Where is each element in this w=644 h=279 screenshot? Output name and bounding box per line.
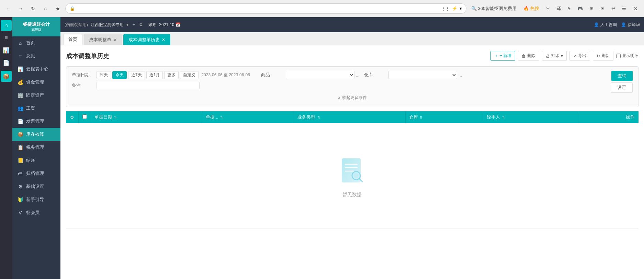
period: 账期 2021-10 📅 bbox=[148, 22, 181, 28]
col-number-label: 单据... bbox=[206, 114, 218, 120]
export-icon: ↗ bbox=[573, 54, 577, 58]
export-button[interactable]: ↗ 导出 bbox=[569, 51, 590, 61]
bookmark-button[interactable]: ★ bbox=[53, 4, 63, 13]
query-button[interactable]: 查询 bbox=[611, 71, 633, 81]
brightness-icon[interactable]: ☀ bbox=[598, 5, 607, 12]
delete-button[interactable]: 🗑 删除 bbox=[518, 51, 539, 61]
page-title: 成本调整单历史 bbox=[66, 52, 109, 60]
sidebar-label-guide: 新手引导 bbox=[26, 197, 44, 203]
undo-icon[interactable]: ↩ bbox=[609, 5, 617, 12]
add-button[interactable]: ＋ + 新增 bbox=[490, 51, 515, 61]
grid-icon[interactable]: ⊞ bbox=[588, 5, 596, 12]
col-number[interactable]: 单据... ⇅ bbox=[202, 111, 294, 123]
sidebar-item-closing[interactable]: 📒 结账 bbox=[12, 154, 60, 167]
search-btn[interactable]: 🔍 360智能抠图免费用 bbox=[469, 5, 519, 12]
sort-number-icon: ⇅ bbox=[220, 115, 223, 119]
show-cols-toggle[interactable]: 显示明细 bbox=[616, 53, 639, 59]
goods-select[interactable] bbox=[286, 71, 354, 79]
sidebar-item-settings[interactable]: ⚙ 基础设置 bbox=[12, 180, 60, 193]
col-date[interactable]: 单据日期 ⇅ bbox=[91, 111, 202, 123]
sidebar-item-salary[interactable]: 👥 工资 bbox=[12, 102, 60, 115]
warehouse-more-icon[interactable]: ... bbox=[459, 72, 462, 78]
sidebar-item-guide[interactable]: 🔰 新手引导 bbox=[12, 193, 60, 206]
sidebar-item-ledger[interactable]: ≡ 总账 bbox=[12, 49, 60, 63]
goods-filter-label: 商品 bbox=[261, 72, 282, 78]
remark-input[interactable] bbox=[97, 82, 200, 89]
url-input[interactable]: https://cloud.chanjet.com/accounting/uru… bbox=[77, 6, 439, 11]
back-button[interactable]: ← bbox=[3, 4, 13, 13]
content-area: 成本调整单历史 ＋ + 新增 🗑 删除 🖨 打印 ▾ bbox=[60, 45, 644, 279]
tab-cost-adjust-label: 成本调整单 bbox=[89, 37, 111, 43]
forward-button[interactable]: → bbox=[16, 4, 25, 13]
sidebar-item-member[interactable]: V 畅会员 bbox=[12, 206, 60, 219]
sidebar-label-funds: 资金管理 bbox=[26, 79, 44, 85]
sidebar: 畅捷通好会计 旗舰版 ⌂ 首页 ≡ 总账 📊 云报表中心 💰 资金管理 🏢 固定… bbox=[12, 17, 60, 279]
date-btn-7days[interactable]: 近7天 bbox=[128, 71, 145, 79]
top-bar-right: 👤 人工咨询 👤 徐译华 bbox=[594, 22, 640, 28]
menu-icon[interactable]: ☰ bbox=[620, 5, 628, 12]
sidebar-item-home[interactable]: ⌂ 首页 bbox=[12, 36, 60, 49]
reload-button[interactable]: ↻ bbox=[28, 4, 38, 13]
delete-icon: 🗑 bbox=[522, 54, 526, 58]
sidebar-item-tax[interactable]: 📋 税务管理 bbox=[12, 141, 60, 154]
date-btn-yesterday[interactable]: 昨天 bbox=[97, 71, 111, 79]
iconbar-home[interactable]: ⌂ bbox=[1, 20, 12, 31]
date-btn-1month[interactable]: 近1月 bbox=[146, 71, 163, 79]
empty-row: 暂无数据 bbox=[66, 123, 639, 228]
tab-cost-adjust-history-label: 成本调整单历史 bbox=[128, 37, 160, 43]
logo-text: 畅捷通好会计 bbox=[23, 21, 50, 27]
tab-home[interactable]: 首页 bbox=[63, 34, 82, 45]
sidebar-icon-closing: 📒 bbox=[17, 158, 23, 163]
col-warehouse[interactable]: 仓库 ⇅ bbox=[405, 111, 483, 123]
iconbar-item3[interactable]: 📄 bbox=[1, 57, 12, 68]
col-warehouse-label: 仓库 bbox=[409, 114, 418, 120]
home-button[interactable]: ⌂ bbox=[41, 4, 50, 13]
sidebar-icon-settings: ⚙ bbox=[17, 184, 23, 189]
game-icon[interactable]: 🎮 bbox=[575, 5, 585, 12]
date-btn-more[interactable]: 更多 bbox=[164, 71, 179, 79]
translate-icon[interactable]: 译 bbox=[555, 5, 563, 12]
show-cols-checkbox-input[interactable] bbox=[616, 54, 621, 58]
collapse-row[interactable]: ∧ 收起更多条件 bbox=[72, 93, 633, 103]
sidebar-label-member: 畅会员 bbox=[26, 210, 39, 216]
table-body: 暂无数据 bbox=[66, 123, 639, 228]
goods-more-icon[interactable]: ... bbox=[356, 72, 360, 78]
tab-bar: 首页 成本调整单 ✕ 成本调整单历史 ✕ bbox=[60, 32, 644, 45]
sidebar-item-archive[interactable]: 🗃 归档管理 bbox=[12, 167, 60, 180]
select-all-checkbox[interactable] bbox=[82, 114, 87, 119]
sidebar-item-invoice[interactable]: 📄 发票管理 bbox=[12, 115, 60, 128]
col-settings[interactable]: ⚙ bbox=[66, 111, 78, 123]
tab-cost-adjust-history-close[interactable]: ✕ bbox=[162, 37, 165, 42]
sidebar-item-reports[interactable]: 📊 云报表中心 bbox=[12, 63, 60, 76]
filter-row-2: 备注 bbox=[72, 82, 608, 89]
col-biz-type[interactable]: 业务类型 ⇅ bbox=[294, 111, 405, 123]
sidebar-label-assets: 固定资产 bbox=[26, 92, 44, 98]
scissors-icon[interactable]: ✂ bbox=[544, 5, 552, 12]
service-button[interactable]: 👤 人工咨询 bbox=[594, 22, 617, 28]
warehouse-select[interactable] bbox=[388, 71, 457, 79]
iconbar-item1[interactable]: ≡ bbox=[1, 32, 12, 43]
date-btn-today[interactable]: 今天 bbox=[112, 71, 127, 79]
tab-cost-adjust[interactable]: 成本调整单 ✕ bbox=[84, 34, 122, 45]
user-button[interactable]: 👤 徐译华 bbox=[621, 22, 640, 28]
sidebar-item-inventory[interactable]: 📦 库存核算 bbox=[12, 128, 60, 141]
iconbar-item4[interactable]: 📦 bbox=[1, 71, 12, 82]
col-handler[interactable]: 经手人 ⇅ bbox=[483, 111, 578, 123]
print-button[interactable]: 🖨 打印 ▾ bbox=[542, 51, 567, 61]
refresh-button[interactable]: ↻ 刷新 bbox=[593, 51, 613, 61]
table-header-row: ⚙ 单据日期 ⇅ 单据... ⇅ 业务类型 bbox=[66, 111, 639, 123]
tab-cost-adjust-history[interactable]: 成本调整单历史 ✕ bbox=[123, 34, 170, 45]
sidebar-label-reports: 云报表中心 bbox=[26, 66, 48, 72]
filter-row-1: 单据日期 昨天 今天 近7天 近1月 更多 自定义 2023-06-06 至 2… bbox=[72, 71, 608, 79]
apps-icon: ⋮⋮ bbox=[441, 6, 450, 11]
tab-cost-adjust-close[interactable]: ✕ bbox=[113, 37, 117, 42]
sidebar-item-funds[interactable]: 💰 资金管理 bbox=[12, 76, 60, 89]
iconbar-item2[interactable]: 📊 bbox=[1, 45, 12, 56]
sidebar-icon-member: V bbox=[17, 210, 23, 215]
date-btn-custom[interactable]: 自定义 bbox=[180, 71, 199, 79]
col-checkbox[interactable] bbox=[78, 111, 91, 123]
filter-settings-button[interactable]: 设置 bbox=[611, 82, 633, 93]
close-browser-button[interactable]: ✕ bbox=[631, 4, 641, 13]
wallet-icon[interactable]: ¥ bbox=[566, 5, 573, 12]
sidebar-item-assets[interactable]: 🏢 固定资产 bbox=[12, 89, 60, 102]
